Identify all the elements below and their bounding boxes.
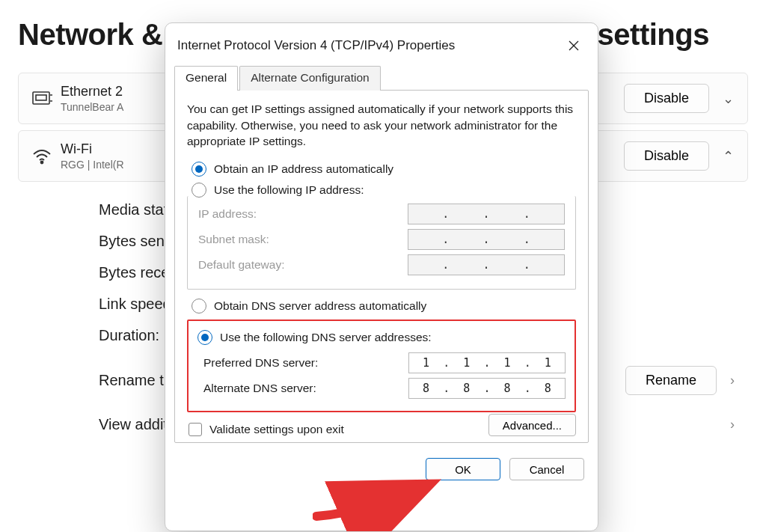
description-text: You can get IP settings assigned automat… xyxy=(187,101,576,150)
cancel-button[interactable]: Cancel xyxy=(509,458,584,480)
radio-icon xyxy=(197,330,212,345)
tab-alternate-configuration[interactable]: Alternate Configuration xyxy=(239,66,381,91)
radio-icon xyxy=(192,299,206,314)
radio-use-following-ip[interactable]: Use the following IP address: xyxy=(192,183,576,198)
rename-button[interactable]: Rename xyxy=(625,366,717,395)
wifi-icon xyxy=(32,148,61,165)
ipv4-properties-dialog: Internet Protocol Version 4 (TCP/IPv4) P… xyxy=(165,22,598,531)
preferred-dns-input[interactable]: 1. 1. 1. 1 xyxy=(408,352,566,373)
ok-button[interactable]: OK xyxy=(426,458,500,480)
chevron-up-icon[interactable]: ⌃ xyxy=(723,148,734,165)
dialog-button-bar: OK Cancel xyxy=(165,450,598,480)
close-button[interactable] xyxy=(559,34,589,58)
radio-label: Obtain DNS server address automatically xyxy=(214,299,426,313)
ip-address-input: ... xyxy=(408,204,565,224)
chevron-right-icon[interactable]: › xyxy=(730,373,735,388)
radio-label: Use the following IP address: xyxy=(214,183,364,197)
tab-general[interactable]: General xyxy=(174,66,238,91)
checkbox-icon xyxy=(189,423,202,436)
wifi-disable-button[interactable]: Disable xyxy=(624,141,709,171)
advanced-button[interactable]: Advanced... xyxy=(488,414,576,436)
close-icon xyxy=(569,40,579,51)
radio-use-following-dns[interactable]: Use the following DNS server addresses: xyxy=(197,330,566,345)
radio-label: Obtain an IP address automatically xyxy=(214,162,393,176)
alternate-dns-input[interactable]: 8. 8. 8. 8 xyxy=(408,378,566,399)
subnet-mask-label: Subnet mask: xyxy=(198,233,408,246)
svg-rect-1 xyxy=(36,95,46,100)
default-gateway-input: ... xyxy=(408,254,565,275)
radio-obtain-dns-auto[interactable]: Obtain DNS server address automatically xyxy=(192,299,576,314)
chevron-right-icon: › xyxy=(730,417,735,432)
default-gateway-label: Default gateway: xyxy=(198,258,408,272)
dialog-tabs: General Alternate Configuration xyxy=(165,65,598,90)
ethernet-icon xyxy=(32,90,61,108)
svg-point-2 xyxy=(41,161,43,163)
radio-icon xyxy=(192,183,206,198)
radio-icon xyxy=(192,162,206,177)
dialog-title: Internet Protocol Version 4 (TCP/IPv4) P… xyxy=(177,38,559,53)
radio-label: Use the following DNS server addresses: xyxy=(220,331,432,344)
ip-address-label: IP address: xyxy=(198,207,408,221)
tab-pane-general: You can get IP settings assigned automat… xyxy=(174,90,589,443)
chevron-down-icon[interactable]: ⌄ xyxy=(723,91,734,107)
radio-obtain-ip-auto[interactable]: Obtain an IP address automatically xyxy=(192,162,576,177)
ethernet-disable-button[interactable]: Disable xyxy=(624,84,709,113)
validate-label: Validate settings upon exit xyxy=(209,423,344,436)
dns-highlight-box: Use the following DNS server addresses: … xyxy=(187,319,576,412)
alternate-dns-label: Alternate DNS server: xyxy=(197,382,408,395)
subnet-mask-input: ... xyxy=(408,229,565,250)
ip-fields-group: IP address: ... Subnet mask: ... Default… xyxy=(187,196,576,290)
preferred-dns-label: Preferred DNS server: xyxy=(197,356,408,370)
